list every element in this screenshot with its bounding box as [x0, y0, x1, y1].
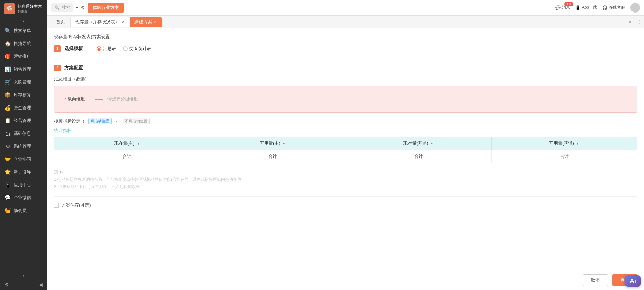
sidebar-item-sales[interactable]: 📊 销售管理	[0, 63, 47, 76]
tab-home[interactable]: 首页	[51, 17, 70, 27]
radio-summary[interactable]: 汇总表	[97, 46, 116, 52]
template-options: 汇总表 交叉统计表	[97, 46, 151, 52]
main-area: 🔍 搜索 ▾ ⚙ 体验行业方案 💬 消息 99+ 📱 App下载 🎧 在线客服	[47, 0, 644, 290]
step2-header: 2 方案配置	[54, 65, 637, 71]
stat-table: 现存量(主) ▼ 可用量(主) ▼ 现存量(基辅) ▼ 可用量(基辅)	[54, 137, 637, 163]
user-avatar[interactable]	[630, 3, 640, 13]
indicator-fixed-badge: 不可拖动位置	[123, 118, 150, 124]
topbar-app-download[interactable]: 📱 App下载	[575, 5, 597, 10]
sidebar-logo: 畅 畅康通好生意 标准版	[0, 0, 47, 18]
chevron-down-icon-0: ▼	[137, 142, 140, 145]
topbar-message[interactable]: 💬 消息 99+	[555, 5, 570, 10]
stat-col-2[interactable]: 现存量(基辅) ▼	[346, 137, 492, 150]
dimension-dash: ——	[95, 97, 103, 102]
indicator-label: 模板指标设定（ 可拖动位置 ） 不可拖动位置	[54, 118, 637, 124]
dimension-box: * 纵向维度 —— 请选择分组维度	[54, 86, 637, 113]
sidebar-item-operations[interactable]: 📋 经营管理	[0, 114, 47, 127]
sidebar-item-marketing[interactable]: 🎁 营销推广	[0, 50, 47, 63]
tab-inventory-status[interactable]: 现存量（库存状况表） ✕	[70, 17, 129, 27]
dimension-placeholder: 请选择分组维度	[107, 96, 138, 102]
chevron-down-icon-2: ▼	[430, 142, 434, 145]
tabbar-actions: ✕ ⛶	[628, 19, 640, 25]
indicator-draggable-badge: 可拖动位置	[88, 118, 112, 124]
dimension-label: 纵向维度	[68, 96, 85, 102]
topbar-dropdown[interactable]: ▾	[76, 5, 78, 10]
sidebar-item-member[interactable]: 👑 畅会员	[0, 204, 47, 217]
step1-header: 1 选择模板 汇总表 交叉统计表	[54, 45, 637, 52]
tips-section: 提示： 1.拖动标题栏可以调整布局，不可跨维度或指标区域拖动栏目字段(只能在同一…	[54, 169, 637, 190]
tips-title: 提示：	[54, 169, 637, 175]
sidebar-item-finance[interactable]: 💰 资金管理	[0, 101, 47, 114]
sidebar-scroll-up[interactable]: ▲	[0, 18, 47, 24]
collapse-icon[interactable]: ◀	[39, 282, 43, 287]
message-badge: 99+	[564, 2, 573, 6]
stat-cell-2: 合计	[346, 150, 492, 163]
stat-col-3[interactable]: 可用量(基辅) ▼	[492, 137, 637, 150]
stat-cell-0: 合计	[54, 150, 200, 163]
step2-label: 方案配置	[64, 65, 83, 71]
page-title: 现存量(库存状况表)方案设置	[54, 34, 637, 40]
tab-close-inventory[interactable]: ✕	[121, 20, 124, 24]
indicator-settings: 模板指标设定（ 可拖动位置 ） 不可拖动位置 统计指标 现存量(主) ▼ 可用量…	[54, 118, 637, 163]
sidebar-item-wechat[interactable]: 💬 企业微信	[0, 191, 47, 204]
cancel-button[interactable]: 取消	[583, 274, 608, 286]
chevron-down-icon-3: ▼	[576, 142, 579, 145]
radio-summary-circle	[97, 46, 101, 51]
crown-icon: 👑	[5, 208, 11, 214]
ai-badge[interactable]: Ai	[625, 275, 641, 287]
topbar-online-service[interactable]: 🎧 在线客服	[602, 5, 625, 10]
money-icon: 💰	[5, 105, 11, 111]
folder-icon: 🗂	[5, 131, 11, 137]
radio-cross-circle	[123, 46, 128, 51]
tab-close-new-scheme[interactable]: ✕	[154, 20, 157, 24]
settings-icon[interactable]: ⚙	[5, 282, 9, 287]
logo-text: 畅康通好生意	[18, 4, 42, 9]
wechat-icon: 💬	[5, 195, 11, 201]
sidebar-item-system[interactable]: ⚙ 系统管理	[0, 140, 47, 153]
content-area: 现存量(库存状况表)方案设置 1 选择模板 汇总表 交叉统计表	[47, 28, 644, 270]
sidebar-item-purchase[interactable]: 🛒 采购管理	[0, 76, 47, 89]
logo-icon: 畅	[4, 3, 15, 14]
save-checkbox[interactable]	[54, 203, 59, 208]
stat-table-row: 合计 合计 合计 合计	[54, 150, 637, 163]
step2-num: 2	[54, 65, 61, 71]
chevron-down-icon-1: ▼	[282, 142, 286, 145]
gear-icon: ⚙	[5, 143, 11, 149]
dimension-title: 汇总维度（必选）	[54, 76, 637, 82]
sidebar-item-guide[interactable]: 🌟 新手引导	[0, 166, 47, 178]
stat-table-header: 现存量(主) ▼ 可用量(主) ▼ 现存量(基辅) ▼ 可用量(基辅)	[54, 137, 637, 150]
phone-icon: 📱	[5, 182, 11, 188]
tab-close-all-icon[interactable]: ✕	[628, 19, 633, 25]
step1-section: 1 选择模板 汇总表 交叉统计表	[54, 45, 637, 52]
sidebar-item-basic[interactable]: 🗂 基础信息	[0, 127, 47, 140]
sidebar: 畅 畅康通好生意 标准版 ▲ 🔍 搜索菜单 🏠 快捷导航 🎁 营销推广 📊 销售…	[0, 0, 47, 290]
sidebar-scroll-down[interactable]: ▼	[0, 272, 47, 279]
topbar-gear-icon[interactable]: ⚙	[81, 5, 85, 10]
dimension-required: *	[65, 97, 66, 102]
search-icon: 🔍	[5, 28, 11, 34]
stat-cell-3: 合计	[492, 150, 637, 163]
tab-new-scheme[interactable]: 新建方案 ✕	[130, 17, 162, 27]
topbar-cta-button[interactable]: 体验行业方案	[88, 3, 124, 13]
sidebar-nav: 🔍 搜索菜单 🏠 快捷导航 🎁 营销推广 📊 销售管理 🛒 采购管理 📦 库存核…	[0, 24, 47, 272]
step2-section: 2 方案配置 汇总维度（必选） * 纵向维度 —— 请选择分组维度 模板指标设定…	[54, 65, 637, 190]
topbar: 🔍 搜索 ▾ ⚙ 体验行业方案 💬 消息 99+ 📱 App下载 🎧 在线客服	[47, 0, 644, 16]
sidebar-item-quicknav[interactable]: 🏠 快捷导航	[0, 37, 47, 50]
stat-col-1[interactable]: 可用量(主) ▼	[200, 137, 346, 150]
sidebar-item-search[interactable]: 🔍 搜索菜单	[0, 24, 47, 37]
stat-col-0[interactable]: 现存量(主) ▼	[54, 137, 200, 150]
stat-label: 统计指标	[54, 128, 637, 134]
sidebar-item-appcenter[interactable]: 📱 应用中心	[0, 178, 47, 191]
save-label: 方案保存(可选)	[61, 202, 91, 208]
chart-icon: 📊	[5, 66, 11, 72]
home-icon: 🏠	[5, 41, 11, 47]
sidebar-item-contracts[interactable]: 🤝 企业协同	[0, 153, 47, 166]
sidebar-item-inventory[interactable]: 📦 库存核算	[0, 89, 47, 101]
topbar-search[interactable]: 🔍 搜索	[51, 3, 73, 12]
section-divider-1	[54, 59, 637, 59]
box-icon: 📦	[5, 92, 11, 98]
phone-icon: 📱	[575, 5, 580, 10]
clipboard-icon: 📋	[5, 118, 11, 124]
tab-expand-icon[interactable]: ⛶	[635, 19, 640, 25]
radio-cross[interactable]: 交叉统计表	[123, 46, 151, 52]
